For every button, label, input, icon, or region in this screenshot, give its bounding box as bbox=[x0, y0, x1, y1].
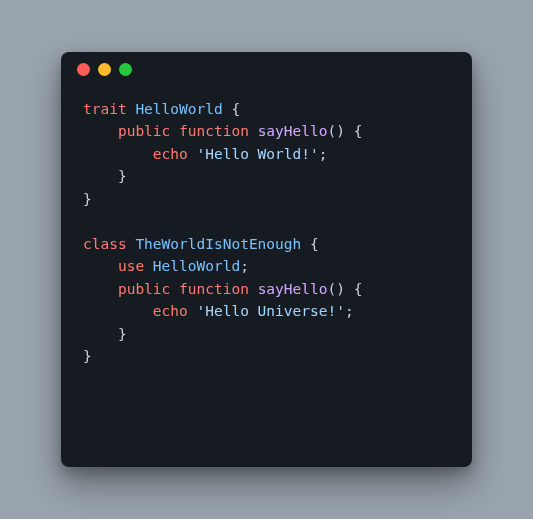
token-pn bbox=[249, 281, 258, 297]
token-fn: sayHello bbox=[258, 123, 328, 139]
token-str: 'Hello World!' bbox=[197, 146, 319, 162]
token-pn: } bbox=[83, 191, 92, 207]
close-icon[interactable] bbox=[77, 63, 90, 76]
token-pn: () { bbox=[327, 123, 362, 139]
code-line: } bbox=[83, 323, 450, 345]
code-line: } bbox=[83, 345, 450, 367]
code-line: class TheWorldIsNotEnough { bbox=[83, 233, 450, 255]
token-kw: public bbox=[118, 123, 170, 139]
token-pn bbox=[188, 146, 197, 162]
token-pn bbox=[170, 123, 179, 139]
code-line: echo 'Hello Universe!'; bbox=[83, 300, 450, 322]
token-pn bbox=[83, 258, 118, 274]
code-line: trait HelloWorld { bbox=[83, 98, 450, 120]
token-pn bbox=[144, 258, 153, 274]
token-pn bbox=[83, 303, 153, 319]
code-line: } bbox=[83, 165, 450, 187]
code-line bbox=[83, 210, 450, 232]
token-pn bbox=[249, 123, 258, 139]
token-type: HelloWorld bbox=[135, 101, 222, 117]
code-line: } bbox=[83, 188, 450, 210]
token-pn: ; bbox=[319, 146, 328, 162]
token-pn: ; bbox=[345, 303, 354, 319]
code-line: echo 'Hello World!'; bbox=[83, 143, 450, 165]
code-line: use HelloWorld; bbox=[83, 255, 450, 277]
editor-window: trait HelloWorld { public function sayHe… bbox=[61, 52, 472, 467]
token-kw: class bbox=[83, 236, 127, 252]
token-pn: } bbox=[83, 348, 92, 364]
token-kw: public bbox=[118, 281, 170, 297]
token-pn bbox=[188, 303, 197, 319]
token-pn: ; bbox=[240, 258, 249, 274]
token-kw: echo bbox=[153, 303, 188, 319]
code-snippet: trait HelloWorld { public function sayHe… bbox=[61, 86, 472, 388]
token-type: TheWorldIsNotEnough bbox=[135, 236, 301, 252]
minimize-icon[interactable] bbox=[98, 63, 111, 76]
token-pn: { bbox=[223, 101, 240, 117]
zoom-icon[interactable] bbox=[119, 63, 132, 76]
token-pn bbox=[170, 281, 179, 297]
token-pn bbox=[83, 146, 153, 162]
token-pn: } bbox=[83, 326, 127, 342]
token-kw: use bbox=[118, 258, 144, 274]
token-fn: sayHello bbox=[258, 281, 328, 297]
titlebar bbox=[61, 52, 472, 86]
token-pn bbox=[83, 281, 118, 297]
token-pn: } bbox=[83, 168, 127, 184]
token-kw: echo bbox=[153, 146, 188, 162]
token-pn bbox=[83, 123, 118, 139]
token-kw: trait bbox=[83, 101, 127, 117]
token-kw: function bbox=[179, 123, 249, 139]
token-type: HelloWorld bbox=[153, 258, 240, 274]
token-kw: function bbox=[179, 281, 249, 297]
token-str: 'Hello Universe!' bbox=[197, 303, 345, 319]
code-line: public function sayHello() { bbox=[83, 278, 450, 300]
token-pn: () { bbox=[327, 281, 362, 297]
token-pn: { bbox=[301, 236, 318, 252]
code-line: public function sayHello() { bbox=[83, 120, 450, 142]
